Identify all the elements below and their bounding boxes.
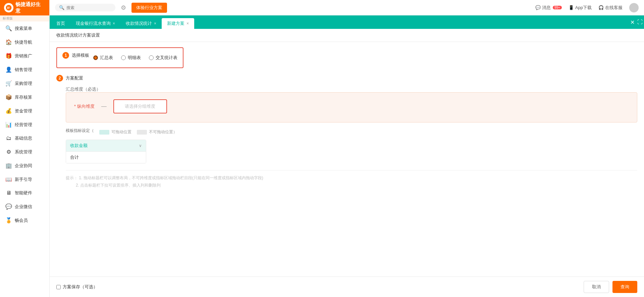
footer: 方案保存（可选） 取消 查询: [50, 277, 644, 297]
dimension-area: * 纵向维度 — 请选择分组维度: [66, 92, 637, 122]
settings-icon[interactable]: ⚙: [121, 4, 126, 11]
message-label: 消息: [542, 5, 551, 11]
sidebar-item-member[interactable]: 🏅 畅会员: [0, 213, 49, 227]
dimension-select[interactable]: 请选择分组维度: [113, 99, 167, 113]
dimension-placeholder: 请选择分组维度: [125, 104, 155, 109]
query-button[interactable]: 查询: [612, 281, 637, 293]
sidebar-logo: 好 畅捷通好生意: [0, 0, 49, 15]
close-icon[interactable]: ×: [154, 21, 156, 26]
option-detail[interactable]: 明细表: [121, 55, 141, 61]
sidebar-item-label: 营销推广: [15, 53, 32, 59]
close-icon[interactable]: ×: [186, 21, 189, 26]
main-area: 🔍 ⚙ 体验行业方案 💬 消息 99+ 📱 App下载 🎧 在线客服: [50, 0, 644, 297]
radio-detail[interactable]: [121, 55, 126, 60]
search-input[interactable]: [66, 5, 107, 10]
tip2-content: 2. 点击标题栏下拉可设置排序、插入列和删除列: [76, 183, 161, 188]
sidebar-item-marketing[interactable]: 🎁 营销推广: [0, 49, 49, 63]
sidebar-item-search[interactable]: 🔍 搜索菜单: [0, 21, 49, 35]
search-box[interactable]: 🔍: [55, 4, 115, 11]
plan-section: 2 方案配置 汇总维度（必选） * 纵向维度 — 请选择分组维度: [56, 75, 637, 193]
metrics-table: 收款金额 ∨ 合计: [66, 140, 146, 163]
chat-icon: 💬: [5, 203, 12, 210]
sidebar-item-inventory[interactable]: 📦 库存核算: [0, 90, 49, 104]
building-icon: 🏢: [5, 162, 12, 169]
tab-home[interactable]: 首页: [51, 18, 70, 29]
sidebar-item-basic-info[interactable]: 🗂 基础信息: [0, 132, 49, 145]
sidebar-item-label: 采购管理: [15, 81, 32, 87]
sidebar-item-label: 资金管理: [15, 108, 32, 114]
logo-text: 畅捷通好生意: [15, 1, 45, 14]
vertical-dimension-label: * 纵向维度: [74, 103, 95, 109]
summary-dimension-label: 汇总维度（必选）: [66, 86, 637, 92]
chevron-down-icon[interactable]: ∨: [139, 143, 142, 148]
dimension-row: * 纵向维度 — 请选择分组维度: [74, 99, 629, 113]
headset-icon: 🎧: [598, 5, 604, 10]
metrics-table-header[interactable]: 收款金额 ∨: [66, 140, 146, 152]
sidebar-item-label: 新手引导: [15, 177, 32, 183]
sidebar-item-sales[interactable]: 👤 销售管理: [0, 63, 49, 77]
section2-header: 2 方案配置: [56, 75, 637, 82]
section1-num: 1: [62, 52, 69, 59]
tab-new-plan[interactable]: 新建方案 ×: [162, 18, 194, 29]
option-summary[interactable]: 汇总表: [93, 55, 113, 61]
sidebar-item-guide[interactable]: 📖 新手引导: [0, 172, 49, 186]
dimension-title: 汇总维度（必选）: [66, 87, 101, 92]
sidebar-item-finance[interactable]: 💰 资金管理: [0, 104, 49, 118]
metrics-setting-label: 模板指标设定（: [66, 128, 94, 134]
sidebar-item-enterprise[interactable]: 🏢 企业协同: [0, 159, 49, 172]
tip2-text: 2. 点击标题栏下拉可设置排序、插入列和删除列: [66, 182, 637, 189]
save-plan-checkbox[interactable]: 方案保存（可选）: [56, 284, 98, 290]
sidebar-item-wechat[interactable]: 💬 企业微信: [0, 200, 49, 213]
sidebar-item-label: 快捷导航: [15, 39, 32, 45]
close-window-icon[interactable]: ✕: [630, 19, 635, 26]
sidebar-item-operations[interactable]: 📊 经营管理: [0, 118, 49, 132]
folder-icon: 🗂: [5, 135, 12, 141]
cancel-button[interactable]: 取消: [584, 281, 609, 293]
topbar: 🔍 ⚙ 体验行业方案 💬 消息 99+ 📱 App下载 🎧 在线客服: [50, 0, 644, 15]
draggable-indicator: [99, 130, 109, 135]
tab-bar: 首页 现金银行流水查询 × 收款情况统计 × 新建方案 × ✕ ⛶: [50, 15, 644, 29]
metrics-section: 模板指标设定（ 可拖动位置 不可拖动位置）: [66, 128, 637, 163]
template-section: 1 选择模板 汇总表 明细表 交叉统计表: [56, 47, 183, 68]
medal-icon: 🏅: [5, 217, 12, 224]
radio-cross[interactable]: [149, 55, 154, 60]
sidebar-item-quick-nav[interactable]: 🏠 快捷导航: [0, 35, 49, 49]
tab-receipt-stats[interactable]: 收款情况统计 ×: [120, 18, 162, 29]
cart-icon: 🛒: [5, 80, 12, 87]
hint-draggable: 可拖动位置: [99, 129, 131, 135]
page-title: 收款情况统计方案设置: [56, 33, 100, 38]
section2-label: 方案配置: [66, 75, 83, 81]
tab-bank-flow[interactable]: 现金银行流水查询 ×: [70, 18, 120, 29]
save-checkbox-input[interactable]: [56, 285, 61, 289]
download-icon: 📱: [569, 5, 574, 10]
fixed-indicator: [137, 130, 147, 135]
section2-num: 2: [56, 75, 63, 82]
radio-summary[interactable]: [93, 55, 98, 60]
trial-button[interactable]: 体验行业方案: [131, 3, 167, 13]
sidebar-item-label: 企业微信: [15, 204, 32, 210]
draggable-label: 可拖动位置: [111, 129, 131, 135]
option-label: 汇总表: [100, 55, 113, 61]
sidebar-item-purchase[interactable]: 🛒 采购管理: [0, 77, 49, 90]
close-icon[interactable]: ×: [113, 21, 115, 26]
option-label: 明细表: [128, 55, 141, 61]
option-cross[interactable]: 交叉统计表: [149, 55, 177, 61]
footer-actions: 取消 查询: [584, 281, 637, 293]
message-button[interactable]: 💬 消息 99+: [535, 5, 562, 11]
page-body: 1 选择模板 汇总表 明细表 交叉统计表: [50, 42, 644, 277]
section1-title: 1 选择模板: [62, 52, 89, 59]
message-badge: 99+: [553, 6, 562, 9]
sidebar-item-system[interactable]: ⚙ 系统管理: [0, 145, 49, 159]
sidebar-nav: 🔍 搜索菜单 🏠 快捷导航 🎁 营销推广 👤 销售管理 🛒 采购管理 📦 库存核…: [0, 21, 49, 297]
sidebar-item-hardware[interactable]: 🖥 智能硬件: [0, 186, 49, 200]
user-avatar[interactable]: [629, 3, 639, 12]
option-label: 交叉统计表: [156, 55, 177, 61]
page-header: 收款情况统计方案设置: [50, 29, 644, 42]
maximize-icon[interactable]: ⛶: [637, 19, 643, 25]
sidebar: 好 畅捷通好生意 标准版 🔍 搜索菜单 🏠 快捷导航 🎁 营销推广 👤 销售管理…: [0, 0, 50, 297]
service-button[interactable]: 🎧 在线客服: [598, 5, 623, 11]
tab-label: 收款情况统计: [126, 20, 152, 27]
app-download-button[interactable]: 📱 App下载: [569, 5, 592, 11]
message-icon: 💬: [535, 5, 541, 10]
tip1-content: 1. 拖动标题栏可以调整布局，不可跨维度或指标区域拖动栏目段(只能在同一维度或指…: [79, 176, 263, 180]
